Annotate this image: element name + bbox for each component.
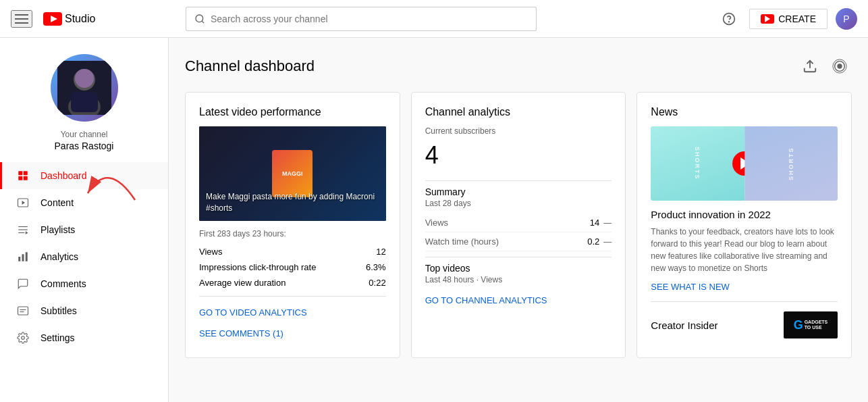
menu-button[interactable] xyxy=(11,10,32,28)
shorts-left-text: SHORTS xyxy=(651,126,744,201)
news-card-title: News xyxy=(651,106,838,118)
svg-rect-9 xyxy=(71,92,98,112)
summary-period: Last 28 days xyxy=(425,199,612,208)
header-left: Studio xyxy=(11,10,95,28)
help-icon xyxy=(722,12,736,26)
upload-icon xyxy=(803,59,817,74)
news-title: Product innovation in 2022 xyxy=(651,209,838,220)
avg-duration-label: Average view duration xyxy=(199,278,286,288)
comments-icon xyxy=(16,277,30,291)
svg-marker-15 xyxy=(22,201,26,205)
channel-profile: Your channel Paras Rastogi xyxy=(0,38,168,162)
ctr-value: 6.3% xyxy=(366,262,386,272)
svg-rect-13 xyxy=(24,176,28,180)
profile-image[interactable] xyxy=(51,54,118,122)
svg-point-8 xyxy=(75,69,94,88)
search-icon xyxy=(194,14,205,24)
sidebar-item-settings-label: Settings xyxy=(40,332,75,343)
sidebar-item-dashboard[interactable]: Dashboard xyxy=(0,162,168,189)
gadgets-text: GADGETSTO USE xyxy=(805,320,828,330)
creator-insider-label: Creator Insider xyxy=(651,320,717,331)
live-icon xyxy=(832,59,847,74)
top-videos-period: Last 48 hours · Views xyxy=(425,275,612,284)
gadgets-logo: G GADGETSTO USE xyxy=(784,311,838,338)
annotation-arrow xyxy=(169,38,175,241)
dashboard-icon xyxy=(16,169,30,182)
create-button[interactable]: CREATE xyxy=(749,9,828,29)
watch-change-icon: — xyxy=(603,237,612,247)
sidebar-item-playlists-label: Playlists xyxy=(40,224,75,235)
sidebar-item-settings[interactable]: Settings xyxy=(0,324,168,351)
views-value: 12 xyxy=(376,247,385,257)
studio-logo-text: Studio xyxy=(65,13,95,25)
svg-rect-12 xyxy=(18,176,22,180)
video-card-title: Latest video performance xyxy=(199,106,386,118)
search-bar[interactable] xyxy=(186,7,537,31)
svg-point-26 xyxy=(22,336,25,340)
see-comments-link[interactable]: SEE COMMENTS (1) xyxy=(199,323,283,344)
sidebar-item-analytics[interactable]: Analytics xyxy=(0,243,168,270)
header-right: CREATE P xyxy=(717,7,857,31)
divider3 xyxy=(425,257,612,257)
divider xyxy=(199,296,386,297)
page-actions xyxy=(798,54,852,78)
channel-label: Your channel xyxy=(61,130,108,139)
subscribers-label: Current subscribers xyxy=(425,126,612,136)
settings-icon xyxy=(16,331,30,345)
stat-period: First 283 days 23 hours: xyxy=(199,229,386,238)
logo: Studio xyxy=(43,12,95,26)
news-body: Thanks to your feedback, creators have l… xyxy=(651,226,838,274)
subtitles-icon xyxy=(16,304,30,318)
views-label: Views xyxy=(199,247,222,257)
video-analytics-link[interactable]: GO TO VIDEO ANALYTICS xyxy=(199,302,307,323)
channel-name: Paras Rastogi xyxy=(55,141,114,151)
svg-marker-19 xyxy=(26,231,28,234)
analytics-views-label: Views xyxy=(425,218,448,228)
svg-rect-21 xyxy=(22,254,24,261)
channel-analytics-card: Channel analytics Current subscribers 4 … xyxy=(411,92,626,358)
see-what-is-new-link[interactable]: SEE WHAT IS NEW xyxy=(651,282,730,292)
sidebar-item-dashboard-label: Dashboard xyxy=(40,170,87,181)
channel-analytics-link[interactable]: GO TO CHANNEL ANALYTICS xyxy=(425,290,547,311)
avg-duration-value: 0:22 xyxy=(369,278,385,288)
svg-rect-20 xyxy=(18,257,20,261)
page-title: Channel dashboard xyxy=(185,57,315,75)
sidebar-item-content-label: Content xyxy=(40,197,74,208)
upload-button[interactable] xyxy=(798,54,822,78)
youtube-icon xyxy=(43,12,62,26)
sidebar-item-comments[interactable]: Comments xyxy=(0,270,168,297)
stat-row-avg-duration: Average view duration 0:22 xyxy=(199,275,386,291)
stat-row-views: Views 12 xyxy=(199,244,386,259)
news-card: News SHORTS SHORTS Product innovation in… xyxy=(636,92,852,358)
svg-point-28 xyxy=(837,64,842,68)
page-header: Channel dashboard xyxy=(185,54,852,78)
divider2 xyxy=(425,180,612,181)
news-image: SHORTS SHORTS xyxy=(651,126,838,201)
sidebar-item-playlists[interactable]: Playlists xyxy=(0,216,168,243)
main-content: Channel dashboard xyxy=(169,38,868,402)
creator-insider: Creator Insider G GADGETSTO USE xyxy=(651,301,838,338)
live-button[interactable] xyxy=(828,54,852,78)
sidebar-item-subtitles[interactable]: Subtitles xyxy=(0,297,168,324)
sidebar-item-analytics-label: Analytics xyxy=(40,251,78,262)
analytics-watch-label: Watch time (hours) xyxy=(425,236,499,247)
analytics-watch-value: 0.2 — xyxy=(587,236,612,247)
search-input[interactable] xyxy=(211,14,528,24)
layout: Your channel Paras Rastogi Dashboard Con… xyxy=(0,0,868,402)
svg-rect-11 xyxy=(24,171,28,175)
create-label: CREATE xyxy=(778,14,816,24)
subscribers-count: 4 xyxy=(425,141,612,170)
ctr-label: Impressions click-through rate xyxy=(199,262,316,272)
record-icon xyxy=(761,14,774,24)
sidebar-item-content[interactable]: Content xyxy=(0,189,168,216)
header: Studio CREATE P xyxy=(0,0,868,38)
help-button[interactable] xyxy=(717,7,741,31)
avatar[interactable]: P xyxy=(836,8,857,30)
svg-rect-23 xyxy=(18,307,28,315)
profile-avatar-svg xyxy=(57,61,111,115)
analytics-views-num: 14 xyxy=(590,218,599,228)
video-thumbnail[interactable]: MAGGI Make Maggi pasta more fun by addin… xyxy=(199,126,386,221)
gadgets-g-letter: G xyxy=(794,318,803,332)
stat-row-ctr: Impressions click-through rate 6.3% xyxy=(199,259,386,275)
analytics-card-title: Channel analytics xyxy=(425,106,612,118)
